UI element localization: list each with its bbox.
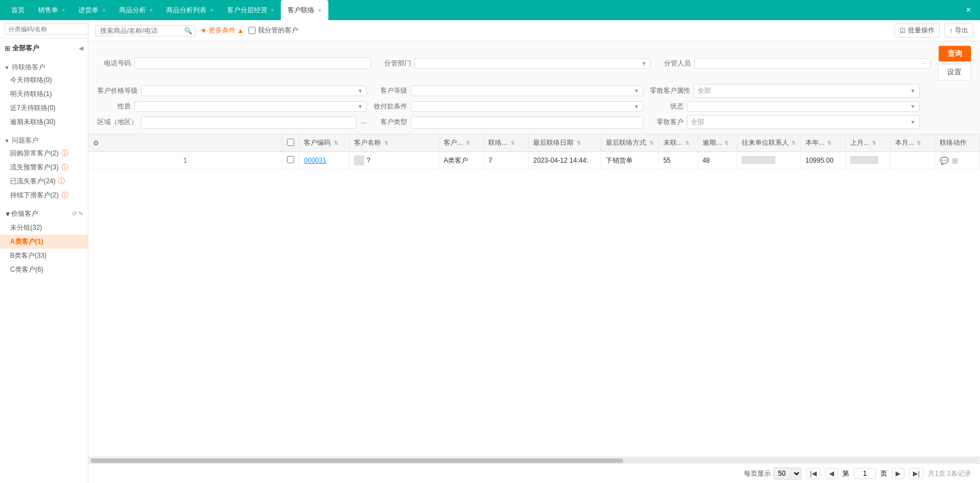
my-customers-checkbox[interactable] (248, 27, 256, 34)
customer-level-select[interactable]: ▼ (411, 86, 643, 96)
dept-select[interactable]: ▼ (414, 58, 651, 69)
sidebar-item-week[interactable]: 近7天待联络(0) (0, 101, 88, 115)
sidebar-item-overdue[interactable]: 逾期未联络(30) (0, 115, 88, 129)
sidebar-item-lost-warning[interactable]: 流失预警客户(3) ⓘ (0, 160, 88, 174)
row-overdue: 48 (698, 152, 737, 169)
customers-table: ⚙ 客户编码 ⇅ 客户名称 ⇅ (88, 134, 980, 169)
query-button[interactable]: 查询 (939, 46, 971, 61)
sidebar-item-today[interactable]: 今天待联络(0) (0, 73, 88, 87)
value-edit-icon[interactable]: ✎ (78, 210, 83, 217)
pay-field: 收付款条件 ▼ (374, 101, 643, 112)
total-info: 共1页 1条记录 (928, 469, 971, 479)
nav-product-analysis-list[interactable]: 商品分析列表 × (159, 0, 220, 20)
close-sales-tab[interactable]: × (62, 7, 65, 13)
col-code-header[interactable]: 客户编码 ⇅ (299, 134, 350, 152)
declining-info-icon[interactable]: ⓘ (62, 191, 68, 199)
col-uncontact-header[interactable]: 未联... ⇅ (658, 134, 698, 152)
collapse-sidebar-icon[interactable]: ◀ (79, 45, 83, 51)
date-sort-icon: ⇅ (577, 140, 581, 146)
sidebar-item-c-class[interactable]: C类客户(6) (0, 263, 88, 277)
sidebar-item-declining[interactable]: 持续下滑客户(2) ⓘ (0, 188, 88, 202)
col-name-header[interactable]: 客户名称 ⇅ (350, 134, 439, 152)
region-input[interactable] (141, 116, 357, 129)
more-filters-button[interactable]: ▼ 更多条件 ▲ (200, 26, 244, 35)
close-window-button[interactable]: × (962, 5, 976, 15)
col-month-header[interactable]: 本月... ⇅ (891, 134, 935, 152)
close-product-analysis-tab[interactable]: × (149, 7, 153, 13)
per-page-select[interactable]: 50 100 (773, 467, 802, 480)
sidebar-search-input[interactable] (4, 23, 88, 35)
col-contact-header[interactable]: 联络... ⇅ (484, 134, 529, 152)
row-no: 1 (88, 152, 282, 169)
prev-page-button[interactable]: ◀ (825, 468, 838, 479)
month-sort-icon: ⇅ (917, 140, 921, 146)
problem-group-title[interactable]: ▼ 问题客户 (0, 134, 88, 146)
next-page-button[interactable]: ▶ (892, 468, 904, 479)
nature-select[interactable]: ▼ (134, 101, 367, 112)
action-qr-icon[interactable]: ⊞ (952, 157, 958, 165)
customer-type-input[interactable] (411, 116, 643, 129)
sidebar-item-b-class[interactable]: B类客户(33) (0, 249, 88, 263)
pay-select[interactable]: ▼ (411, 101, 643, 112)
settings-button[interactable]: 设置 (937, 64, 971, 80)
page-number-input[interactable] (854, 468, 876, 479)
phone-input[interactable] (134, 57, 371, 69)
sidebar-item-ungrouped[interactable]: 未分组(32) (0, 221, 88, 235)
pending-group-title[interactable]: ▼ 待联络客户 (0, 60, 88, 73)
table-settings-gear-icon[interactable]: ⚙ (93, 139, 99, 147)
lost-info-icon[interactable]: ⓘ (58, 177, 65, 185)
col-year-header[interactable]: 本年... ⇅ (801, 134, 846, 152)
filter-search-icon[interactable]: 🔍 (184, 27, 192, 35)
action-message-icon[interactable]: 💬 (940, 157, 949, 165)
close-purchase-tab[interactable]: × (102, 7, 105, 13)
nav-product-analysis[interactable]: 商品分析 × (112, 0, 159, 20)
close-product-analysis-list-tab[interactable]: × (210, 7, 213, 13)
price-level-select[interactable]: ▼ (141, 86, 367, 96)
nav-sales[interactable]: 销售单 × (31, 0, 72, 20)
first-page-button[interactable]: |◀ (806, 468, 821, 479)
nav-customer-contact[interactable]: 客户联络 × (281, 0, 328, 20)
sidebar-item-repurchase[interactable]: 回购异常客户(2) ⓘ (0, 146, 88, 160)
retail-select[interactable]: 全部 ▼ (687, 115, 920, 129)
nav-customer-segment[interactable]: 客户分层经营 × (220, 0, 281, 20)
person-select[interactable]: ··· (694, 58, 931, 69)
retail-attr-select[interactable]: 全部 ▼ (694, 84, 920, 98)
col-lastmonth-header[interactable]: 上月... ⇅ (846, 134, 891, 152)
col-date-header[interactable]: 最后联络日期 ⇅ (529, 134, 601, 152)
repurchase-info-icon[interactable]: ⓘ (62, 149, 68, 157)
col-action-header: 联络动作 (935, 134, 980, 152)
close-customer-contact-tab[interactable]: × (318, 7, 321, 13)
all-customers-header[interactable]: ⊞ 全部客户 ◀ (0, 41, 88, 56)
sidebar-item-tomorrow[interactable]: 明天待联络(1) (0, 87, 88, 101)
row-code[interactable]: 000031 (299, 152, 350, 169)
dept-select-arrow: ▼ (641, 60, 647, 67)
nav-purchase[interactable]: 进货单 × (72, 0, 112, 20)
col-history-header[interactable]: 往来单位联系人 ⇅ (737, 134, 800, 152)
filter-search-input[interactable] (100, 27, 184, 35)
export-button[interactable]: ↑ 导出 (944, 23, 973, 37)
value-refresh-icon[interactable]: ↺ (72, 210, 77, 217)
close-customer-segment-tab[interactable]: × (271, 7, 274, 13)
nav-home[interactable]: 首页 (4, 0, 31, 20)
row-this-month (891, 152, 935, 169)
status-field: 状态 ▼ (650, 101, 920, 112)
row-last-way-link[interactable]: 下销货单 (606, 157, 633, 164)
person-field: 分管人员 ··· (657, 58, 931, 69)
col-way-header[interactable]: 最后联络方式 ⇅ (601, 134, 658, 152)
row-checkbox[interactable] (287, 156, 294, 163)
batch-ops-button[interactable]: ☑ 批量操作 (894, 23, 940, 37)
col-class-header[interactable]: 客户... ⇅ (439, 134, 484, 152)
col-overdue-header[interactable]: 逾期... ⇅ (698, 134, 737, 152)
code-sort-icon: ⇅ (334, 140, 338, 146)
table-container: ⚙ 客户编码 ⇅ 客户名称 ⇅ (88, 134, 980, 457)
batch-checkbox-icon: ☑ (899, 27, 906, 35)
status-select[interactable]: ▼ (687, 101, 920, 112)
region-dots-icon[interactable]: ··· (360, 118, 367, 127)
my-customers-filter[interactable]: 我分管的客户 (248, 26, 298, 35)
last-page-button[interactable]: ▶| (909, 468, 924, 479)
table-select-all-checkbox[interactable] (287, 139, 294, 146)
sidebar-item-lost[interactable]: 已流失客户(24) ⓘ (0, 174, 88, 188)
lost-warning-info-icon[interactable]: ⓘ (62, 163, 68, 171)
sidebar-item-a-class[interactable]: A类客户(1) (0, 235, 88, 249)
scrollbar-thumb[interactable] (91, 458, 623, 463)
